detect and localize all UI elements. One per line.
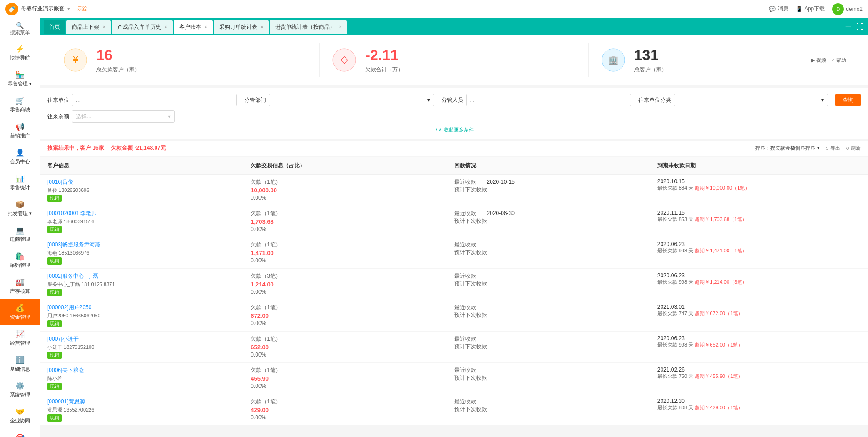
sidebar-search[interactable]: 🔍 搜索菜单	[0, 18, 40, 40]
customer-name-link[interactable]: [0006]去下粮仓	[47, 367, 84, 373]
export-btn[interactable]: ○ 导出	[825, 145, 840, 151]
main-layout: 🔍 搜索菜单 ⚡ 快捷导航 🏪 零售管理 ▾ 🛒 零售商城 📢 营销推广 👤 会…	[0, 18, 868, 437]
sidebar-item-new-guide[interactable]: 🎯 新手引导	[0, 429, 40, 437]
customer-name-link[interactable]: [0002]服务中心_丁磊	[47, 273, 98, 279]
new-guide-icon: 🎯	[15, 433, 25, 437]
filter-input-customer[interactable]: ...	[72, 94, 237, 106]
tab-purchase-goods-stats[interactable]: 进货单统计表（按商品） ×	[270, 20, 347, 34]
customer-badge: 现销	[47, 352, 62, 359]
tab-close-icon[interactable]: ×	[205, 25, 207, 30]
sidebar-item-retail-mgmt[interactable]: 🏪 零售管理 ▾	[0, 66, 40, 92]
stat-info-2: -2.11 欠款合计（万）	[365, 46, 403, 73]
overdue-amount[interactable]: 超期￥1,703.68（1笔）	[695, 216, 747, 222]
tab-customer-ledger[interactable]: 客户账本 ×	[174, 20, 213, 34]
sidebar-item-operations-mgmt[interactable]: 📈 经营管理	[0, 325, 40, 351]
sidebar-item-enterprise-collab[interactable]: 🤝 企业协同	[0, 403, 40, 429]
sidebar-item-wholesale-mgmt[interactable]: 📦 批发管理 ▾	[0, 196, 40, 221]
collapse-btn[interactable]: ∧∧ 收起更多条件	[435, 126, 474, 133]
tab-products-listing[interactable]: 商品上下架 ×	[66, 20, 111, 34]
filter-input-category[interactable]: ▾	[674, 94, 828, 106]
wholesale-mgmt-icon: 📦	[15, 200, 25, 209]
customer-name-link[interactable]: [000002]用户2050	[47, 304, 91, 311]
tab-close-icon[interactable]: ×	[165, 25, 167, 30]
debt-amount[interactable]: 1,703.68	[251, 218, 454, 225]
customer-name-link[interactable]: [0001020001]李老师	[47, 210, 97, 216]
stat-info-1: 16 总欠款客户（家）	[96, 46, 140, 73]
user-area[interactable]: D demo2	[832, 3, 863, 15]
last-payment: 最近收款	[454, 398, 657, 406]
tab-close-icon[interactable]: ×	[103, 25, 105, 30]
tab-purchase-stats[interactable]: 采购订单统计表 ×	[214, 20, 269, 34]
search-button[interactable]: 查询	[835, 94, 861, 106]
debt-amount[interactable]: 652.00	[251, 344, 454, 351]
debt-amount[interactable]: 672.00	[251, 312, 454, 319]
table-row: [0007]小迸干 小迸干 18279152100 现销 欠款（1笔） 652.…	[40, 332, 868, 363]
tab-customer-ledger-label: 客户账本	[179, 23, 201, 31]
filter-select-balance[interactable]: 选择... ▾	[72, 110, 175, 123]
refresh-btn[interactable]: ○ 刷新	[846, 145, 861, 151]
company-dropdown-icon[interactable]: ▾	[67, 6, 70, 12]
sidebar-item-member-center[interactable]: 👤 会员中心	[0, 144, 40, 170]
due-date-cell: 2021.03.01 最长欠款 747 天 超期￥672.00（1笔）	[657, 304, 861, 317]
customer-name-link[interactable]: [0007]小迸干	[47, 336, 79, 342]
export-label: 导出	[830, 145, 840, 151]
sidebar-item-quick-nav[interactable]: ⚡ 快捷导航	[0, 40, 40, 66]
help-icon: ○	[832, 57, 835, 63]
sidebar-item-inventory[interactable]: 🏭 库存核算	[0, 273, 40, 299]
sidebar-item-retail-mall[interactable]: 🛒 零售商城	[0, 92, 40, 118]
tab-products-listing-label: 商品上下架	[72, 23, 99, 31]
sidebar-item-purchase-mgmt[interactable]: 🛍️ 采购管理	[0, 247, 40, 273]
filter-input-person[interactable]: ...	[466, 94, 631, 106]
results-count: 16家	[92, 145, 104, 151]
sidebar-item-basic-info[interactable]: ℹ️ 基础信息	[0, 351, 40, 377]
tab-home[interactable]: 首页	[44, 20, 65, 34]
overdue-amount[interactable]: 超期￥652.00（1笔）	[695, 342, 743, 347]
app-download-icon: 📱	[796, 6, 803, 12]
overdue-days: 最长欠款 853 天 超期￥1,703.68（1笔）	[657, 216, 861, 223]
overdue-days: 最长欠款 747 天 超期￥672.00（1笔）	[657, 310, 861, 317]
sort-select[interactable]: 排序：按欠款金额倒序排序 ▾	[755, 145, 820, 151]
username: demo2	[846, 6, 863, 12]
filter-input-dept[interactable]: ▾	[269, 94, 434, 106]
debt-count: 欠款（3笔）	[251, 272, 454, 280]
tab-maximize-btn[interactable]: ⛶	[855, 22, 864, 32]
debt-amount[interactable]: 1,214.00	[251, 281, 454, 288]
tab-close-icon[interactable]: ×	[339, 25, 341, 30]
app-logo: 🍼	[5, 3, 18, 15]
filter-label-dept: 分管部门	[244, 96, 266, 104]
overdue-amount[interactable]: 超期￥429.00（1笔）	[695, 405, 743, 410]
customer-name-link[interactable]: [000001]黄思源	[47, 398, 85, 405]
debt-amount[interactable]: 429.00	[251, 407, 454, 413]
overdue-amount[interactable]: 超期￥455.90（1笔）	[695, 373, 743, 379]
sidebar-item-system-mgmt[interactable]: ⚙️ 系统管理	[0, 377, 40, 403]
tab-close-icon[interactable]: ×	[261, 25, 264, 30]
last-payment: 最近收款 2020-06-30	[454, 210, 657, 217]
overdue-amount[interactable]: 超期￥10,000.00（1笔）	[695, 185, 750, 191]
overdue-days: 最长欠款 884 天 超期￥10,000.00（1笔）	[657, 185, 861, 191]
filter-label-category: 往来单位分类	[638, 96, 671, 104]
debt-amount[interactable]: 1,471.00	[251, 250, 454, 256]
sidebar-item-marketing[interactable]: 📢 营销推广	[0, 118, 40, 144]
sidebar-item-retail-stats[interactable]: 📊 零售统计	[0, 170, 40, 196]
overdue-days: 最长欠款 998 天 超期￥652.00（1笔）	[657, 342, 861, 348]
overdue-amount[interactable]: 超期￥1,214.00（3笔）	[695, 279, 747, 285]
sidebar-item-finance-mgmt[interactable]: 💰 资金管理	[0, 299, 40, 325]
debt-amount[interactable]: 10,000.00	[251, 187, 454, 194]
video-btn[interactable]: ▶ 视频	[811, 57, 826, 64]
app-download-btn[interactable]: 📱 App下载	[796, 5, 825, 13]
table-row: [0003]畅捷服务尹海燕 海燕 18513066976 现销 欠款（1笔） 1…	[40, 237, 868, 269]
help-btn[interactable]: ○ 帮助	[832, 57, 846, 64]
tab-bar: 首页 商品上下架 × 产成品入库单历史 × 客户账本 × 采购订单统计表 × 进…	[40, 18, 868, 35]
customer-name-link[interactable]: [0016]吕俊	[47, 179, 73, 185]
overdue-amount[interactable]: 超期￥672.00（1笔）	[695, 311, 743, 316]
tab-minimize-btn[interactable]: ─	[845, 22, 852, 32]
debt-amount[interactable]: 455.90	[251, 375, 454, 382]
message-btn[interactable]: 💬 消息	[769, 5, 788, 13]
overdue-amount[interactable]: 超期￥1,471.00（1笔）	[695, 248, 747, 253]
stat-card-total-customers: 🏢 131 总客户（家） ▶ 视频 ○ 帮助	[589, 43, 857, 77]
tab-production-history[interactable]: 产成品入库单历史 ×	[112, 20, 173, 34]
tab-purchase-goods-stats-label: 进货单统计表（按商品）	[275, 23, 335, 31]
sidebar-item-ecommerce-mgmt[interactable]: 💻 电商管理	[0, 221, 40, 247]
table-row: [000001]黄思源 黄思源 13552700226 现销 欠款（1笔） 42…	[40, 394, 868, 426]
customer-name-link[interactable]: [0003]畅捷服务尹海燕	[47, 241, 100, 248]
